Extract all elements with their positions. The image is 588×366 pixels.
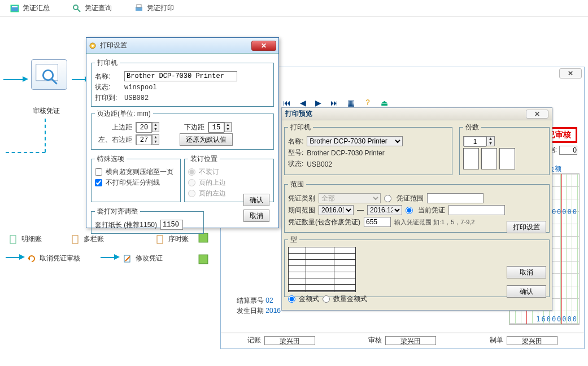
copies-thumbnail <box>463 148 546 169</box>
status-label: 状态: <box>288 159 303 169</box>
preview-copies-group: 份数 ▲▼ <box>459 123 550 175</box>
no-separator-checkbox[interactable] <box>95 179 102 186</box>
toolbar-print[interactable]: 凭证打印 <box>134 3 174 13</box>
top-margin-spinner[interactable]: ▲▼ <box>136 122 159 132</box>
spin-down[interactable]: ▼ <box>224 127 231 132</box>
current-voucher-radio[interactable] <box>406 207 413 214</box>
lr-margin-spinner[interactable]: ▲▼ <box>136 134 159 145</box>
print-settings-button[interactable]: 打印设置 <box>507 221 546 233</box>
voucher-range-label: 凭证范围 <box>397 194 424 203</box>
spin-down[interactable]: ▼ <box>152 140 159 144</box>
receipt-no: 02 <box>265 297 273 304</box>
cancel-button[interactable]: 取消 <box>243 210 269 222</box>
current-label: 当前凭证 <box>418 206 445 215</box>
bind-none-label: 不装订 <box>199 167 219 177</box>
model-value: Brother DCP-7030 Printer <box>307 149 384 157</box>
toolbar-query[interactable]: 凭证查询 <box>72 3 112 13</box>
arrow <box>3 79 25 80</box>
status-label: 状态: <box>95 82 121 92</box>
settings-title: 打印设置 <box>100 41 127 50</box>
settings-printer-group: 打印机 名称: 状态:winspool 打印到:USB002 <box>91 58 274 107</box>
copies-spinner[interactable]: ▲▼ <box>463 136 495 146</box>
make-label: 制单 <box>490 336 503 345</box>
lr-margin-input[interactable] <box>136 135 152 145</box>
cancel-button[interactable]: 取消 <box>507 266 546 278</box>
printer-name-input[interactable] <box>124 71 237 81</box>
audit-voucher-label: 审核凭证 <box>33 106 60 116</box>
model-label: 型号: <box>288 148 303 158</box>
toolbar-summary[interactable]: 凭证汇总 <box>10 3 50 13</box>
voucher-range-input[interactable] <box>427 193 484 203</box>
doc-icon <box>9 235 18 244</box>
date-value: 2016 <box>265 307 281 315</box>
help-icon[interactable]: ？ <box>364 98 372 108</box>
receipt-no-label: 结算票号 <box>237 297 264 304</box>
spin-down[interactable]: ▼ <box>152 127 159 132</box>
prev-icon[interactable]: ◀ <box>300 98 306 107</box>
audit-voucher-icon[interactable] <box>31 59 67 90</box>
spin-up[interactable]: ▲ <box>152 123 159 127</box>
arrow-dashed-vertical <box>45 119 46 152</box>
bind-legend: 装订位置 <box>188 154 220 164</box>
count-input[interactable] <box>364 217 391 227</box>
lr-margin-label: 左、右边距 <box>95 135 132 145</box>
flow-unaudit[interactable]: 取消凭证审核 <box>27 254 80 263</box>
status-value: USB002 <box>307 160 332 168</box>
bottom-margin-input[interactable] <box>208 123 224 133</box>
search-icon <box>72 4 81 13</box>
ok-button[interactable]: 确认 <box>243 194 269 206</box>
printer-select[interactable]: Brother DCP-7030 Printer <box>307 136 403 146</box>
gear-icon <box>89 42 97 50</box>
qty-money-format-radio[interactable] <box>323 295 330 303</box>
bind-top-label: 页的上边 <box>199 178 226 188</box>
voucher-range-radio[interactable] <box>384 195 391 202</box>
close-button[interactable]: ✕ <box>251 41 276 51</box>
flow-detail[interactable]: 明细账 <box>9 234 42 244</box>
post-name: 梁兴田 <box>264 336 315 345</box>
voucher-type-select[interactable]: 全部 <box>319 193 381 203</box>
shrink-checkbox[interactable] <box>95 168 102 176</box>
spin-down[interactable]: ▼ <box>486 141 494 146</box>
current-voucher-input[interactable] <box>448 205 505 215</box>
undo-icon <box>27 254 36 263</box>
page-icon <box>499 148 515 169</box>
bind-none-radio <box>188 168 195 176</box>
audit-name: 梁兴田 <box>385 336 436 345</box>
flow-modify[interactable]: 修改凭证 <box>123 254 163 263</box>
toolbar-label: 凭证汇总 <box>23 3 50 13</box>
print-preview-window: 打印预览 ✕ 打印机 名称: Brother DCP-7030 Printer … <box>281 107 552 311</box>
money-format-radio[interactable] <box>288 295 295 303</box>
svg-rect-6 <box>36 64 58 81</box>
period-from-select[interactable]: 2016.01 <box>319 205 354 215</box>
close-button[interactable]: ✕ <box>526 110 548 119</box>
ok-button[interactable]: 确认 <box>507 285 546 298</box>
arrow-head-icon <box>19 254 25 260</box>
voucher-nav: ⏮ ◀ ▶ ⏭ ▦ ？ ⏏ <box>283 98 388 108</box>
post-label: 记账 <box>247 336 261 345</box>
top-margin-input[interactable] <box>136 123 152 133</box>
calc-icon[interactable]: ▦ <box>347 98 355 107</box>
last-icon[interactable]: ⏭ <box>330 98 338 107</box>
date-label: 发生日期 <box>237 307 264 315</box>
toolbar-label: 凭证打印 <box>147 3 174 13</box>
attachment-count[interactable] <box>559 146 577 155</box>
settings-special-group: 特殊选项 横向超宽则压缩至一页 不打印凭证分割线 <box>91 154 181 202</box>
paper-length-input[interactable] <box>160 220 183 230</box>
restore-defaults-button[interactable]: 还原为默认值 <box>180 133 233 146</box>
next-icon[interactable]: ▶ <box>315 98 321 107</box>
bottom-margin-spinner[interactable]: ▲▼ <box>208 122 232 132</box>
first-icon[interactable]: ⏮ <box>283 98 291 107</box>
arrow-head-icon <box>23 76 28 82</box>
close-button[interactable]: ✕ <box>559 68 582 79</box>
period-to-select[interactable]: 2016.12 <box>367 205 402 215</box>
svg-line-3 <box>77 9 80 12</box>
period-label: 期间范围 <box>288 206 315 215</box>
exit-icon[interactable]: ⏏ <box>381 98 388 107</box>
printto-value: USB002 <box>124 94 149 102</box>
make-name: 梁兴田 <box>507 336 557 345</box>
icon <box>198 254 208 264</box>
spin-up[interactable]: ▲ <box>224 123 231 127</box>
preview-printer-group: 打印机 名称: Brother DCP-7030 Printer 型号:Brot… <box>284 123 452 175</box>
spin-up[interactable]: ▲ <box>152 135 159 140</box>
copies-input[interactable] <box>464 137 486 147</box>
